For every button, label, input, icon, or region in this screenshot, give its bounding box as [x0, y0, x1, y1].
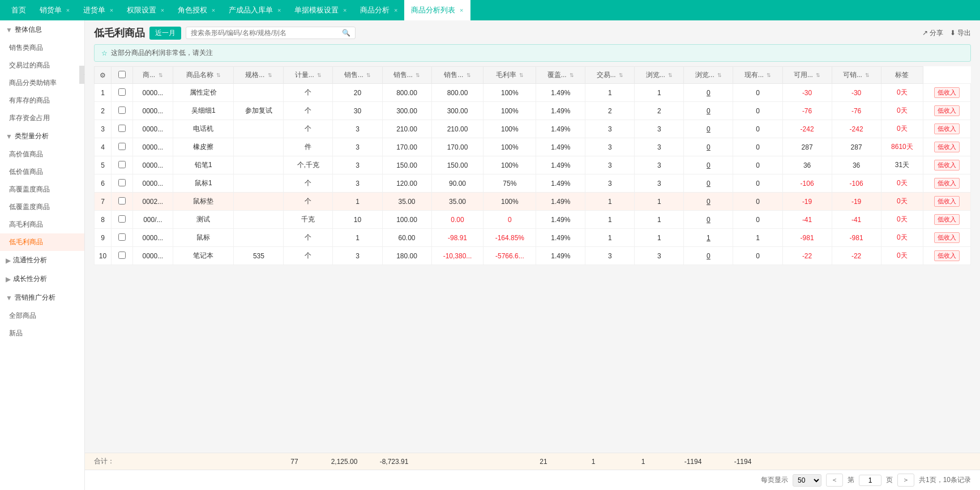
row-checkbox[interactable] [112, 156, 133, 174]
row-select-checkbox[interactable] [118, 179, 126, 186]
browse1-link[interactable]: 1 [707, 234, 711, 242]
row-browse1[interactable]: 0 [684, 138, 733, 156]
close-icon[interactable]: × [460, 7, 463, 14]
row-select-checkbox[interactable] [118, 233, 126, 241]
row-checkbox[interactable] [112, 247, 133, 265]
sidebar-section-overall[interactable]: ▼ 整体信息 [0, 20, 84, 39]
sort-icon[interactable]: ⇅ [816, 73, 820, 78]
sort-icon[interactable]: ⇅ [416, 73, 420, 78]
browse1-link[interactable]: 0 [707, 143, 711, 151]
sidebar-item-low-value[interactable]: 低价值商品 [0, 163, 84, 181]
sort-icon[interactable]: ⇅ [668, 73, 673, 78]
row-checkbox[interactable] [112, 229, 133, 247]
sort-icon[interactable]: ⇅ [619, 73, 623, 78]
close-icon[interactable]: × [394, 7, 397, 14]
sidebar-item-low-coverage[interactable]: 低覆盖度商品 [0, 198, 84, 216]
nav-purchase-order[interactable]: 进货单 × [76, 0, 120, 20]
row-browse1[interactable]: 0 [684, 156, 733, 174]
row-browse1[interactable]: 0 [684, 193, 733, 211]
prev-page-button[interactable]: ＜ [826, 474, 843, 487]
browse1-link[interactable]: 0 [707, 107, 711, 115]
share-button[interactable]: ↗ 分享 [922, 28, 943, 38]
sidebar-item-inventory-capital[interactable]: 库存资金占用 [0, 109, 84, 127]
row-checkbox[interactable] [112, 138, 133, 156]
checkbox-column-header[interactable] [112, 67, 133, 84]
page-size-select[interactable]: 50 100 200 [793, 474, 821, 487]
sidebar-item-sales-products[interactable]: 销售类商品 [0, 39, 84, 57]
browse1-link[interactable]: 0 [707, 216, 711, 224]
browse1-link[interactable]: 0 [707, 252, 711, 260]
nav-product-analysis[interactable]: 商品分析 × [353, 0, 404, 20]
nav-home[interactable]: 首页 [5, 0, 33, 20]
row-checkbox[interactable] [112, 174, 133, 193]
sidebar-section-growth[interactable]: ▶ 成长性分析 [0, 270, 84, 288]
sort-icon[interactable]: ⇅ [317, 73, 322, 78]
row-browse1[interactable]: 0 [684, 120, 733, 138]
sort-icon[interactable]: ⇅ [268, 73, 272, 78]
browse1-link[interactable]: 0 [707, 198, 711, 206]
sidebar-section-marketing[interactable]: ▼ 营销推广分析 [0, 288, 84, 307]
row-browse1[interactable]: 0 [684, 174, 733, 193]
sidebar-item-inventory-products[interactable]: 有库存的商品 [0, 92, 84, 109]
export-button[interactable]: ⬇ 导出 [950, 28, 971, 38]
settings-column-header[interactable]: ⚙ [95, 67, 112, 84]
sort-icon[interactable]: ⇅ [159, 73, 163, 78]
browse1-link[interactable]: 0 [707, 180, 711, 188]
row-browse1[interactable]: 0 [684, 247, 733, 265]
row-checkbox[interactable] [112, 120, 133, 138]
row-browse1[interactable]: 1 [684, 229, 733, 247]
row-checkbox[interactable] [112, 193, 133, 211]
page-input[interactable] [859, 475, 881, 486]
sort-icon[interactable]: ⇅ [570, 73, 574, 78]
sidebar-section-liquidity[interactable]: ▶ 流通性分析 [0, 251, 84, 270]
close-icon[interactable]: × [110, 7, 113, 14]
row-select-checkbox[interactable] [118, 88, 126, 96]
nav-product-inbound[interactable]: 产成品入库单 × [222, 0, 288, 20]
close-icon[interactable]: × [343, 7, 346, 14]
nav-template-settings[interactable]: 单据模板设置 × [288, 0, 353, 20]
nav-role-auth[interactable]: 角色授权 × [171, 0, 222, 20]
nav-product-analysis-list[interactable]: 商品分析列表 × [404, 0, 470, 20]
sidebar-section-type-analysis[interactable]: ▼ 类型量分析 [0, 127, 84, 146]
row-browse1[interactable]: 0 [684, 84, 733, 102]
sidebar-item-all-products[interactable]: 全部商品 [0, 307, 84, 325]
close-icon[interactable]: × [161, 7, 164, 14]
sidebar-item-traded-products[interactable]: 交易过的商品 [0, 57, 84, 74]
row-checkbox[interactable] [112, 84, 133, 102]
sort-icon[interactable]: ⇅ [767, 73, 771, 78]
row-select-checkbox[interactable] [118, 143, 126, 150]
sort-icon[interactable]: ⇅ [519, 73, 524, 78]
row-select-checkbox[interactable] [118, 161, 126, 168]
close-icon[interactable]: × [212, 7, 215, 14]
select-all-checkbox[interactable] [118, 71, 126, 78]
row-select-checkbox[interactable] [118, 197, 126, 204]
nav-sales-order[interactable]: 销货单 × [33, 0, 76, 20]
row-browse1[interactable]: 0 [684, 211, 733, 229]
sort-icon[interactable]: ⇅ [467, 73, 471, 78]
row-checkbox[interactable] [112, 102, 133, 120]
sidebar-item-low-margin[interactable]: 低毛利商品 [0, 233, 84, 251]
sidebar-item-high-margin[interactable]: 高毛利商品 [0, 216, 84, 233]
search-input[interactable] [191, 29, 340, 37]
row-checkbox[interactable] [112, 211, 133, 229]
sidebar-item-high-value[interactable]: 高价值商品 [0, 146, 84, 163]
row-select-checkbox[interactable] [118, 252, 126, 259]
sort-icon[interactable]: ⇅ [216, 73, 221, 78]
sort-icon[interactable]: ⇅ [717, 73, 722, 78]
browse1-link[interactable]: 0 [707, 161, 711, 169]
next-page-button[interactable]: ＞ [897, 474, 914, 487]
nav-permissions[interactable]: 权限设置 × [120, 0, 171, 20]
browse1-link[interactable]: 0 [707, 89, 711, 97]
close-icon[interactable]: × [66, 7, 70, 14]
sidebar-item-new-products[interactable]: 新品 [0, 325, 84, 342]
time-filter-button[interactable]: 近一月 [149, 27, 181, 40]
search-icon[interactable]: 🔍 [342, 29, 350, 37]
sidebar-item-category-sales-rate[interactable]: 商品分类助销率 [0, 74, 84, 92]
close-icon[interactable]: × [277, 7, 281, 14]
row-select-checkbox[interactable] [118, 106, 126, 114]
row-browse1[interactable]: 0 [684, 102, 733, 120]
sort-icon[interactable]: ⇅ [366, 73, 371, 78]
sidebar-collapse-button[interactable]: 《 [79, 66, 85, 84]
sidebar-item-high-coverage[interactable]: 高覆盖度商品 [0, 181, 84, 198]
row-select-checkbox[interactable] [118, 215, 126, 223]
